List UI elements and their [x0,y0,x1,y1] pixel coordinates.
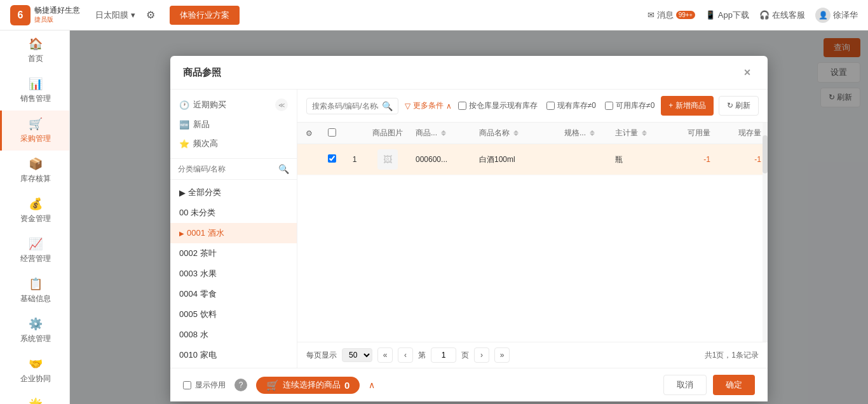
prev-page-button[interactable]: ‹ [398,347,413,363]
first-page-button[interactable]: « [377,347,393,363]
row-stock: -1 [717,144,768,175]
col-avail[interactable]: 可用量 [660,123,717,144]
checkbox-warehouse-item[interactable]: 按仓库显示现有库存 [458,100,538,111]
category-panel: 🕐 近期购买 ≪ 🆕 新品 ⭐ 频次高 [170,90,297,368]
modal-overlay: 商品参照 × 🕐 近期购买 ≪ � [70,30,868,404]
sidebar-item-basic-info[interactable]: 📋 基础信息 [0,271,69,311]
sidebar-item-sales[interactable]: 📊 销售管理 [0,71,69,111]
checkbox-stock-ne-item[interactable]: 现有库存≠0 [546,100,596,111]
message-label: 消息 [657,10,674,21]
checkbox-avail-ne-label: 可用库存≠0 [616,100,654,111]
sidebar-item-guide[interactable]: 🌟 新手引导 [0,391,69,404]
sidebar-item-label: 库存核算 [20,173,51,184]
refresh-button[interactable]: ↻ 刷新 [719,96,759,116]
footer-collapse-icon[interactable]: ∧ [369,380,375,390]
new-product-tab[interactable]: 🆕 新品 [170,115,297,134]
col-unit[interactable]: 主计量 [609,123,660,144]
sidebar-item-operations[interactable]: 📈 经营管理 [0,231,69,271]
row-select-checkbox[interactable] [328,154,336,163]
product-table: ⚙ 商品图片 [297,123,768,175]
experience-button[interactable]: 体验行业方案 [170,6,240,25]
category-item-0002[interactable]: 0002 茶叶 [170,243,297,264]
product-search-input[interactable] [312,102,378,111]
filter-button[interactable]: ▽ 更多条件 ∧ [405,100,452,111]
category-item-0005[interactable]: 0005 饮料 [170,304,297,325]
add-product-button[interactable]: + 新增商品 [661,96,713,116]
sidebar-item-label: 首页 [28,53,43,64]
operations-icon: 📈 [29,237,43,251]
per-page-select[interactable]: 50 [342,348,372,362]
table-row[interactable]: 1 🖼 000600... [297,144,768,175]
sidebar-item-purchase[interactable]: 🛒 采购管理 [0,111,69,151]
unit-sort-icon [642,130,647,136]
category-item-00[interactable]: 00 未分类 [170,203,297,223]
sidebar-item-home[interactable]: 🏠 首页 [0,30,69,71]
filter-icon: ▽ [405,102,410,111]
dialog-body: 🕐 近期购买 ≪ 🆕 新品 ⭐ 频次高 [170,90,768,368]
category-label: 00 未分类 [179,207,215,219]
col-setting[interactable]: ⚙ [297,123,320,144]
message-icon: ✉ [648,10,654,20]
frequent-tab[interactable]: ⭐ 频次高 [170,134,297,153]
row-checkbox[interactable] [320,144,343,175]
category-item-0004[interactable]: 0004 零食 [170,284,297,304]
sidebar-item-system[interactable]: ⚙️ 系统管理 [0,311,69,351]
category-search-input[interactable] [178,165,275,173]
category-search-icon[interactable]: 🔍 [278,164,289,174]
last-page-button[interactable]: » [494,347,510,363]
main-layout: 🏠 首页 📊 销售管理 🛒 采购管理 📦 库存核算 💰 资金管理 📈 经营管理 … [0,30,868,404]
scrollbar-track[interactable] [763,123,768,342]
content-area: 查询 设置 ↻ 刷新 商品参照 × [70,30,868,404]
sidebar-item-enterprise[interactable]: 🤝 企业协同 [0,351,69,391]
checkbox-stock-ne[interactable] [546,102,555,110]
row-setting [297,144,320,175]
cancel-button[interactable]: 取消 [663,375,707,395]
checkbox-avail-ne-item[interactable]: 可用库存≠0 [605,100,654,111]
sidebar-item-label: 经营管理 [20,253,51,264]
next-page-button[interactable]: › [474,347,489,363]
user-item[interactable]: 👤 徐泽华 [815,8,858,23]
scrollbar-thumb[interactable] [763,135,768,173]
category-item-0008[interactable]: 0008 水 [170,325,297,345]
col-name[interactable]: 商品名称 [473,123,558,144]
settings-icon[interactable]: ⚙ [144,9,157,22]
frequent-label: 频次高 [193,138,218,149]
show-disabled-checkbox-item[interactable]: 显示停用 [183,380,226,391]
avatar: 👤 [815,8,831,23]
system-icon: ⚙️ [29,317,43,331]
category-item-0001[interactable]: ▶ 0001 酒水 [170,223,297,243]
recent-buy-tab[interactable]: 🕐 近期购买 ≪ [170,95,297,115]
checkbox-avail-ne[interactable] [605,102,613,110]
all-categories-item[interactable]: ▶ 全部分类 [170,182,297,203]
select-all-checkbox[interactable] [328,128,336,137]
online-service-item[interactable]: 🎧 在线客服 [759,10,805,21]
page-label: 第 [418,350,426,361]
sidebar-item-label: 采购管理 [20,133,51,144]
category-active-arrow-icon: ▶ [179,230,184,237]
show-disabled-checkbox[interactable] [183,381,191,389]
product-search-icon[interactable]: 🔍 [382,101,393,111]
cart-count: 0 [344,380,349,391]
category-item-0010[interactable]: 0010 家电 [170,345,297,365]
message-item[interactable]: ✉ 消息 99++ [648,10,695,21]
category-item-0003[interactable]: 0003 水果 [170,264,297,284]
help-icon[interactable]: ? [234,379,247,391]
sidebar-item-finance[interactable]: 💰 资金管理 [0,191,69,231]
checkbox-warehouse[interactable] [458,102,466,110]
col-spec[interactable]: 规格... [558,123,609,144]
cart-button[interactable]: 🛒 连续选择的商品 0 [256,377,360,394]
navbar: 6 畅捷通好生意 捷员版 日太阳膜 ▾ ⚙ 体验行业方案 ✉ 消息 99++ 📱… [0,0,868,30]
store-dropdown[interactable]: 日太阳膜 ▾ [86,0,144,30]
app-download-item[interactable]: 📱 App下载 [705,10,749,21]
category-list: ▶ 全部分类 00 未分类 ▶ 0001 酒水 0002 茶 [170,180,297,368]
per-page-label: 每页显示 [306,350,337,361]
spec-sort-icon [590,130,595,136]
new-product-icon: 🆕 [179,120,189,130]
product-search-box: 🔍 [306,98,398,114]
page-input[interactable] [431,347,456,363]
dialog-close-button[interactable]: × [740,65,755,80]
confirm-button[interactable]: 确定 [713,375,755,395]
col-code[interactable]: 商品... [409,123,473,144]
sidebar-item-inventory[interactable]: 📦 库存核算 [0,151,69,191]
collapse-button[interactable]: ≪ [275,98,288,111]
